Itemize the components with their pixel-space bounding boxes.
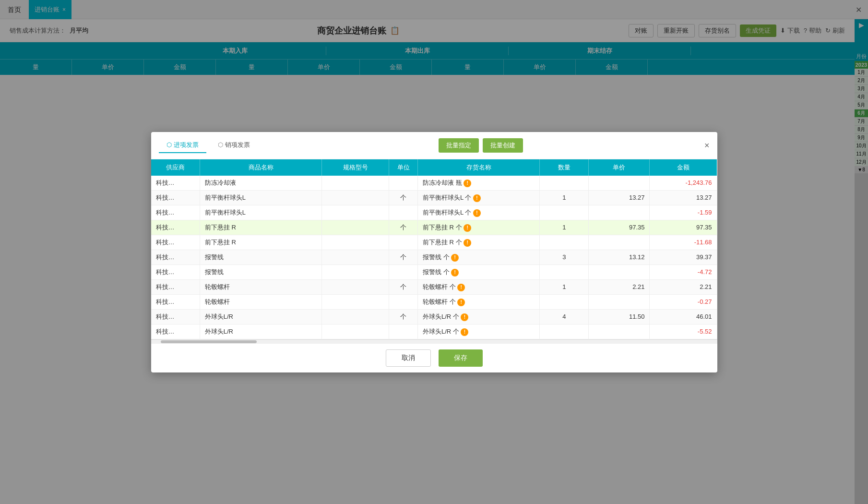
cell-inventory-name: 前平衡杆球头L 个 ! [418, 205, 540, 220]
cell-spec [322, 264, 389, 279]
cell-supplier: 科技… [151, 294, 200, 309]
table-row[interactable]: 科技… 外球头L/R 外球头L/R 个 ! -5.52 [151, 324, 717, 339]
cell-unit [389, 294, 418, 309]
cell-product-name: 前下悬挂 R [200, 235, 321, 250]
cell-supplier: 科技… [151, 279, 200, 294]
cell-supplier: 科技… [151, 205, 200, 220]
cell-inventory-name: 外球头L/R 个 ! [418, 309, 540, 324]
modal-overlay: ⬡ 进项发票 ⬡ 销项发票 批量指定 批量创建 × 供应商 商品名称 规格型号 [0, 0, 868, 504]
cell-inventory-name: 轮毂螺杆 个 ! [418, 294, 540, 309]
cell-inventory-name: 轮毂螺杆 个 ! [418, 279, 540, 294]
cell-amount: 13.27 [650, 190, 717, 205]
table-row[interactable]: 科技… 轮毂螺杆 轮毂螺杆 个 ! -0.27 [151, 294, 717, 309]
cell-product-name: 轮毂螺杆 [200, 294, 321, 309]
cell-unit: 个 [389, 279, 418, 294]
modal-dialog: ⬡ 进项发票 ⬡ 销项发票 批量指定 批量创建 × 供应商 商品名称 规格型号 [151, 132, 717, 372]
cell-amount: -4.72 [650, 264, 717, 279]
cell-product-name: 前平衡杆球头L [200, 190, 321, 205]
tab-outbound-invoice[interactable]: ⬡ 销项发票 [210, 138, 258, 153]
warn-icon: ! [473, 209, 481, 217]
cell-price [589, 324, 650, 339]
col-qty-header: 数量 [540, 159, 589, 176]
cell-product-name: 外球头L/R [200, 324, 321, 339]
cell-spec [322, 309, 389, 324]
cell-price: 13.27 [589, 190, 650, 205]
cell-qty [540, 324, 589, 339]
cell-product-name: 前下悬挂 R [200, 220, 321, 235]
cell-spec [322, 176, 389, 191]
cell-product-name: 防冻冷却液 [200, 176, 321, 191]
cell-qty [540, 264, 589, 279]
horizontal-scrollbar[interactable] [151, 339, 717, 343]
table-row[interactable]: 科技… 前下悬挂 R 个 前下悬挂 R 个 ! 1 97.35 97.35 [151, 220, 717, 235]
cell-inventory-name: 报警线 个 ! [418, 264, 540, 279]
cell-price: 13.12 [589, 250, 650, 264]
cell-inventory-name: 前平衡杆球头L 个 ! [418, 190, 540, 205]
warn-icon: ! [473, 194, 481, 202]
cell-product-name: 报警线 [200, 264, 321, 279]
cell-unit [389, 176, 418, 191]
cell-qty: 1 [540, 220, 589, 235]
table-row[interactable]: 科技… 前平衡杆球头L 前平衡杆球头L 个 ! -1.59 [151, 205, 717, 220]
cell-inventory-name: 前下悬挂 R 个 ! [418, 220, 540, 235]
warn-icon: ! [451, 254, 459, 262]
table-header-row: 供应商 商品名称 规格型号 单位 存货名称 数量 单价 金额 [151, 159, 717, 176]
cell-qty [540, 205, 589, 220]
cell-product-name: 轮毂螺杆 [200, 279, 321, 294]
cell-inventory-name: 报警线 个 ! [418, 250, 540, 264]
batch-assign-button[interactable]: 批量指定 [439, 138, 479, 153]
invoice-in-icon: ⬡ [166, 141, 172, 148]
col-price-header: 单价 [589, 159, 650, 176]
col-unit-header: 单位 [389, 159, 418, 176]
col-inventory-name-header: 存货名称 [418, 159, 540, 176]
table-row[interactable]: 科技… 报警线 个 报警线 个 ! 3 13.12 39.37 [151, 250, 717, 264]
cell-amount: -1.59 [650, 205, 717, 220]
table-row[interactable]: 科技… 前下悬挂 R 前下悬挂 R 个 ! -11.68 [151, 235, 717, 250]
cell-qty: 3 [540, 250, 589, 264]
cell-unit [389, 264, 418, 279]
table-row[interactable]: 科技… 轮毂螺杆 个 轮毂螺杆 个 ! 1 2.21 2.21 [151, 279, 717, 294]
cancel-button[interactable]: 取消 [386, 349, 431, 367]
save-button[interactable]: 保存 [439, 349, 483, 367]
warn-icon: ! [461, 328, 468, 336]
cell-amount: -5.52 [650, 324, 717, 339]
cell-price [589, 205, 650, 220]
cell-spec [322, 324, 389, 339]
batch-create-button[interactable]: 批量创建 [483, 138, 523, 153]
warn-icon: ! [464, 239, 471, 247]
modal-close-button[interactable]: × [704, 141, 710, 150]
cell-price: 2.21 [589, 279, 650, 294]
col-product-name-header: 商品名称 [200, 159, 321, 176]
cell-supplier: 科技… [151, 220, 200, 235]
cell-unit [389, 205, 418, 220]
cell-price [589, 264, 650, 279]
table-row[interactable]: 科技… 防冻冷却液 防冻冷却液 瓶 ! -1,243.76 [151, 176, 717, 191]
cell-spec [322, 279, 389, 294]
table-row[interactable]: 科技… 报警线 报警线 个 ! -4.72 [151, 264, 717, 279]
cell-spec [322, 235, 389, 250]
table-row[interactable]: 科技… 外球头L/R 个 外球头L/R 个 ! 4 11.50 46.01 [151, 309, 717, 324]
cell-amount: -11.68 [650, 235, 717, 250]
cell-product-name: 外球头L/R [200, 309, 321, 324]
scrollbar-thumb[interactable] [161, 340, 257, 343]
cell-qty: 4 [540, 309, 589, 324]
modal-header: ⬡ 进项发票 ⬡ 销项发票 批量指定 批量创建 × [151, 132, 717, 159]
cell-product-name: 报警线 [200, 250, 321, 264]
cell-unit [389, 324, 418, 339]
cell-amount: 2.21 [650, 279, 717, 294]
cell-unit: 个 [389, 250, 418, 264]
cell-price [589, 176, 650, 191]
cell-supplier: 科技… [151, 190, 200, 205]
tab-inbound-invoice[interactable]: ⬡ 进项发票 [159, 138, 206, 153]
cell-unit: 个 [389, 309, 418, 324]
cell-spec [322, 220, 389, 235]
cell-spec [322, 190, 389, 205]
cell-price: 11.50 [589, 309, 650, 324]
col-supplier-header: 供应商 [151, 159, 200, 176]
table-row[interactable]: 科技… 前平衡杆球头L 个 前平衡杆球头L 个 ! 1 13.27 13.27 [151, 190, 717, 205]
cell-amount: 46.01 [650, 309, 717, 324]
modal-table-wrapper[interactable]: 供应商 商品名称 规格型号 单位 存货名称 数量 单价 金额 科技… 防冻冷却液… [151, 159, 717, 339]
cell-price [589, 294, 650, 309]
cell-supplier: 科技… [151, 324, 200, 339]
cell-qty [540, 294, 589, 309]
